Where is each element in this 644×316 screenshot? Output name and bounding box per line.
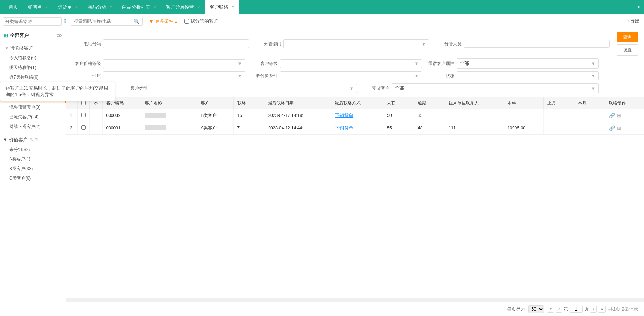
nature-select[interactable]: ▼ <box>103 71 245 80</box>
last-contact-way-link-2[interactable]: 下销货单 <box>335 125 353 131</box>
nav-customer-contact-close[interactable]: × <box>232 5 234 9</box>
main-search-icon[interactable]: 🔍 <box>134 19 139 24</box>
nav-customer-contact[interactable]: 客户联络 × <box>205 0 239 14</box>
status-select[interactable]: ▼ <box>457 71 599 80</box>
nav-sales-close[interactable]: × <box>46 5 48 9</box>
nav-customer-tier-close[interactable]: × <box>198 5 200 9</box>
filter-bar: 🔍 ▼ 更多条件 ▲ 我分管的客户 ↑ 导出 <box>66 14 644 28</box>
main-layout: 🔍 ⊞ 全部客户 ≫ ▼ 待联络客户 今天待联络(0) 明天待联络(1) 近7天… <box>0 14 644 316</box>
prev-page-btn[interactable]: ‹ <box>556 306 562 313</box>
unclassified-item[interactable]: 未分组(32) <box>0 145 66 155</box>
page-input[interactable] <box>570 306 583 313</box>
price-grade-field: 客户价格等级 ▼ <box>72 59 245 68</box>
td-code-2: 000031 <box>102 122 141 135</box>
my-customers-check[interactable] <box>184 19 189 24</box>
table-scroll-wrap[interactable]: ⚙ 客户编码 客户名称 客户... 联络... 最后联络日期 最后联络方式 未联… <box>66 97 644 298</box>
td-check-1[interactable] <box>77 109 89 122</box>
td-company-contact-1 <box>445 109 504 122</box>
td-contact-2: 7 <box>233 122 264 135</box>
row2-checkbox[interactable] <box>81 125 86 130</box>
th-last-month: 上月... <box>543 97 574 109</box>
tomorrow-contact-item[interactable]: 明天待联络(1) <box>0 63 66 72</box>
add-group-icon[interactable]: ⊞ <box>34 137 38 142</box>
manager-more-icon[interactable]: ··· <box>603 42 606 46</box>
sidebar-all-customers-header[interactable]: ⊞ 全部客户 ≫ <box>0 29 66 42</box>
content-area: 🔍 ▼ 更多条件 ▲ 我分管的客户 ↑ 导出 <box>66 14 644 316</box>
customers-icon: ⊞ <box>4 33 8 38</box>
per-page-select[interactable]: 50 <box>528 305 544 313</box>
per-page-label: 每页显示 <box>507 306 525 312</box>
scatter-attr-select[interactable]: 全部 ▼ <box>457 58 599 69</box>
last-contact-way-link-1[interactable]: 下销货单 <box>335 113 353 118</box>
nav-product-list[interactable]: 商品分析列表 × <box>117 0 161 14</box>
export-button[interactable]: ↑ 导出 <box>627 18 640 24</box>
sidebar-search-input[interactable] <box>3 17 62 26</box>
page-label: 第 <box>564 306 568 312</box>
payment-select[interactable]: ▼ <box>280 71 422 80</box>
sidebar-search-icon[interactable]: 🔍 <box>63 19 66 24</box>
setting-button[interactable]: 设置 <box>617 44 638 56</box>
horizontal-scrollbar[interactable] <box>66 298 644 302</box>
td-last-contact-way-1[interactable]: 下销货单 <box>331 109 383 122</box>
customer-type-select[interactable]: ▼ <box>150 84 357 93</box>
class-b-item[interactable]: B类客户(33) <box>0 164 66 174</box>
action-icons-1: 🔗 ⊞ <box>609 113 640 118</box>
value-customers-label: 价值客户 <box>9 137 28 143</box>
class-a-item[interactable]: A类客户(1) <box>0 154 66 164</box>
td-settings-2 <box>89 122 102 135</box>
nav-product-analysis[interactable]: 商品分析 × <box>83 0 117 14</box>
week-contact-item[interactable]: 近7天待联络(0) <box>0 72 66 82</box>
more-conditions-btn[interactable]: ▼ 更多条件 ▲ <box>146 16 181 26</box>
query-button[interactable]: 查询 <box>617 32 638 42</box>
last-page-btn[interactable]: » <box>598 306 606 313</box>
manager-select[interactable]: ··· <box>464 40 610 48</box>
edit-icon[interactable]: ✎ <box>30 137 33 142</box>
price-grade-select[interactable]: ▼ <box>103 59 245 68</box>
td-last-contact-way-2[interactable]: 下销货单 <box>331 122 383 135</box>
my-customers-checkbox[interactable]: 我分管的客户 <box>184 18 218 24</box>
nav-product-close[interactable]: × <box>110 5 112 9</box>
nav-product-list-close[interactable]: × <box>154 5 156 9</box>
scatter-attr-arrow: ▼ <box>591 61 596 66</box>
lost-warning-item[interactable]: 流失预警客户(3) <box>0 103 66 112</box>
scatter-customer-select[interactable]: 全部 ▼ <box>392 83 599 93</box>
nav-sales[interactable]: 销售单 × <box>23 0 53 14</box>
customer-grade-select[interactable]: ▼ <box>280 59 422 68</box>
row1-checkbox[interactable] <box>81 113 86 117</box>
class-c-item[interactable]: C类客户(6) <box>0 174 66 183</box>
first-page-btn[interactable]: « <box>547 306 555 313</box>
td-action-1: 🔗 ⊞ <box>605 109 644 122</box>
sidebar-collapse-btn[interactable]: ≫ <box>56 32 62 39</box>
link-action-icon-1[interactable]: 🔗 <box>609 113 615 118</box>
filter-form: 电话号码 分管部门 ▼ 分管人员 ··· <box>66 28 644 97</box>
td-check-2[interactable] <box>77 122 89 135</box>
today-contact-item[interactable]: 今天待联络(0) <box>0 53 66 63</box>
nav-purchase[interactable]: 进货单 × <box>53 0 83 14</box>
td-settings-1 <box>89 109 102 122</box>
next-page-btn[interactable]: › <box>590 306 597 313</box>
main-search-input[interactable] <box>74 19 134 24</box>
link-action-icon-2[interactable]: 🔗 <box>609 125 615 131</box>
value-customers-group[interactable]: ▼ 价值客户 ✎ ⊞ <box>0 135 66 145</box>
customer-type-arrow: ▼ <box>349 86 354 91</box>
blurred-name-2 <box>145 125 166 130</box>
pending-contact-title[interactable]: ▼ 待联络客户 <box>0 43 66 53</box>
nav-home[interactable]: 首页 <box>4 0 23 14</box>
main-search-box[interactable]: 🔍 <box>71 17 143 26</box>
nav-purchase-close[interactable]: × <box>75 5 78 9</box>
status-field: 状态 ▼ <box>426 71 599 80</box>
window-close-button[interactable]: × <box>637 4 640 10</box>
declining-customers-item[interactable]: 持续下滑客户(2) <box>0 122 66 132</box>
filter-row-3: 性质 ▼ 收付款条件 ▼ 状态 <box>72 71 638 80</box>
nav-customer-tier[interactable]: 客户分层经营 × <box>161 0 205 14</box>
customer-type-label: 客户类型 <box>119 85 148 91</box>
lost-customers-item[interactable]: 已流失客户(24) <box>0 112 66 122</box>
customer-grade-label: 客户等级 <box>249 61 278 67</box>
grid-action-icon-2[interactable]: ⊞ <box>617 125 621 131</box>
th-name: 客户名称 <box>141 97 197 109</box>
dept-select[interactable]: ▼ <box>283 39 429 48</box>
phone-input[interactable] <box>103 39 249 48</box>
export-icon: ↑ <box>627 19 630 24</box>
status-label: 状态 <box>426 73 454 79</box>
grid-action-icon-1[interactable]: ⊞ <box>617 113 621 118</box>
